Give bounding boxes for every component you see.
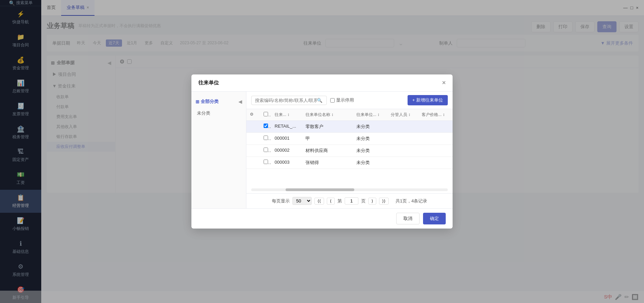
dialog-title: 往来单位 [198,80,219,86]
row-3-code: 000002 [271,145,302,156]
dialog-main: 🔍 显示停用 + 新增往来单位 ⚙ [246,92,453,208]
cancel-button[interactable]: 取消 [396,213,420,224]
row-2-name: 甲 [302,133,353,144]
row-2-price [418,133,453,144]
row-4-settings [246,157,260,168]
col-settings[interactable]: ⚙ [246,109,260,120]
table-row[interactable]: 000002 材料供应商 未分类 [246,145,453,157]
row-4-checkbox[interactable] [260,157,271,168]
row-3-settings [246,145,260,156]
row-4-check[interactable] [264,160,268,164]
row-4-category: 未分类 [353,157,387,168]
col-price[interactable]: 客户价格... ↕ [418,109,453,120]
col-checkbox [260,109,271,120]
dialog-table-header: ⚙ 往来... ↕ 往来单位名称 ↕ 往来单位... ↕ 分管人员 ↕ 客户价格… [246,109,453,121]
page-next-button[interactable]: ⟩ [368,198,376,205]
row-3-name: 材料供应商 [302,145,353,156]
page-last-button[interactable]: ⟩⟩ [379,198,389,205]
table-row[interactable]: 000001 甲 未分类 [246,133,453,145]
dialog-sidebar: ⊞ 全部分类 ◀ 未分类 [191,92,246,208]
col-manager[interactable]: 分管人员 ↕ [387,109,418,120]
row-2-category: 未分类 [353,133,387,144]
row-1-name: 零散客户 [302,121,353,132]
show-disabled-label: 显示停用 [330,97,354,103]
dialog-footer: 取消 确定 [191,208,453,229]
show-disabled-checkbox[interactable] [330,98,335,103]
per-page-select[interactable]: 50 100 [292,197,312,205]
row-3-price [418,145,453,156]
search-icon[interactable]: 🔍 [317,98,322,103]
row-4-manager [387,157,418,168]
page-input[interactable] [345,197,358,205]
show-disabled-text: 显示停用 [336,97,354,103]
row-3-category: 未分类 [353,145,387,156]
row-1-manager [387,121,418,132]
row-3-checkbox[interactable] [260,145,271,156]
row-2-code: 000001 [271,133,302,144]
table-row[interactable]: RETAIL_... 零散客户 未分类 [246,121,453,133]
dialog-table: ⚙ 往来... ↕ 往来单位名称 ↕ 往来单位... ↕ 分管人员 ↕ 客户价格… [246,109,453,186]
page-prev-button[interactable]: ⟨ [327,198,335,205]
col-code[interactable]: 往来... ↕ [271,109,302,120]
confirm-button[interactable]: 确定 [423,213,446,224]
col-name[interactable]: 往来单位名称 ↕ [302,109,353,120]
row-4-price [418,157,453,168]
row-1-code: RETAIL_... [271,121,302,132]
row-1-checkbox[interactable] [260,121,271,132]
dialog-pagination: 每页显示 50 100 ⟨⟨ ⟨ 第 页 ⟩ ⟩⟩ 共1页，4条记录 [246,193,453,208]
dialog-sidebar-unclassified[interactable]: 未分类 [191,107,246,119]
partner-dialog: 往来单位 × ⊞ 全部分类 ◀ 未分类 [191,74,453,229]
page-label: 第 [337,198,342,204]
row-3-manager [387,145,418,156]
dialog-sidebar-title-label: 全部分类 [201,98,219,105]
unclassified-label: 未分类 [197,110,210,116]
dialog-header: 往来单位 × [191,74,453,92]
page-suffix: 页 [361,198,366,204]
search-input[interactable] [255,98,317,103]
row-4-name: 张销得 [302,157,353,168]
row-1-price [418,121,453,132]
dialog-body: ⊞ 全部分类 ◀ 未分类 🔍 显示停用 [191,92,453,208]
total-label: 共1页，4条记录 [396,198,427,204]
modal-overlay: 往来单位 × ⊞ 全部分类 ◀ 未分类 [0,0,644,303]
dialog-sidebar-title[interactable]: ⊞ 全部分类 ◀ [191,96,246,107]
row-2-checkbox[interactable] [260,133,271,144]
row-1-settings [246,121,260,132]
row-1-category: 未分类 [353,121,387,132]
table-select-all[interactable] [264,112,268,116]
horizontal-scrollbar[interactable] [251,188,448,191]
sidebar-category-icon: ⊞ [196,99,199,104]
page-first-button[interactable]: ⟨⟨ [314,198,324,205]
table-row[interactable]: 000003 张销得 未分类 [246,157,453,169]
search-box: 🔍 [251,96,327,105]
dialog-toolbar: 🔍 显示停用 + 新增往来单位 [246,92,453,109]
add-partner-button[interactable]: + 新增往来单位 [408,95,448,105]
sidebar-collapse-icon[interactable]: ◀ [238,99,242,104]
row-2-settings [246,133,260,144]
row-2-check[interactable] [264,136,268,140]
per-page-label: 每页显示 [272,198,290,204]
dialog-close-icon[interactable]: × [442,79,446,86]
row-4-code: 000003 [271,157,302,168]
row-1-check[interactable] [264,124,268,128]
scrollbar-thumb[interactable] [286,188,354,191]
row-2-manager [387,133,418,144]
col-category[interactable]: 往来单位... ↕ [353,109,387,120]
row-3-check[interactable] [264,148,268,152]
